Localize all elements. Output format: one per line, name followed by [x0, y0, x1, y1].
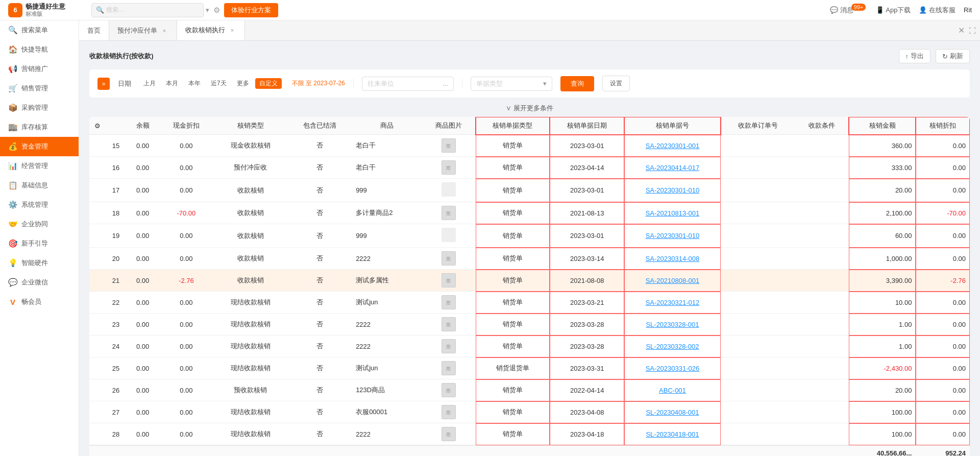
chevron-down-icon[interactable]: ▾	[206, 6, 209, 14]
cell-bill-no[interactable]: SL-20230408-001	[624, 401, 721, 423]
cell-receipt-cond	[795, 224, 849, 248]
industry-btn[interactable]: 体验行业方案	[224, 3, 278, 17]
cell-receipt-no	[721, 314, 795, 335]
expand-more-btn[interactable]: ∨ 展开更多条件	[89, 104, 970, 113]
cell-no: 21	[106, 270, 126, 292]
cell-balance: 0.00	[126, 292, 159, 314]
th-goods: 商品	[352, 117, 422, 135]
cell-bill-no[interactable]: SL-20230418-001	[624, 423, 721, 446]
refresh-icon: ↻	[942, 53, 948, 60]
cell-bill-no[interactable]: SA-20210808-001	[624, 270, 721, 292]
cell-bill-no[interactable]: SA-20230331-026	[624, 357, 721, 379]
maximize-icon[interactable]: ⛶	[969, 27, 976, 35]
cell-bill-date: 2023-03-28	[550, 335, 624, 357]
sidebar-item-hardware[interactable]: 💡 智能硬件	[0, 253, 79, 273]
date-range-display: 不限 至 2023-07-26	[292, 79, 345, 88]
th-settings[interactable]: ⚙	[89, 117, 106, 135]
cell-goods-img	[422, 224, 476, 248]
sidebar-item-guide[interactable]: 🎯 新手引导	[0, 234, 79, 253]
cell-cancel-amt: 1.00	[849, 335, 916, 357]
online-service-btn[interactable]: 👤 在线客服	[919, 6, 955, 15]
cell-bill-no[interactable]: SA-20230301-010	[624, 224, 721, 248]
cell-included: 否	[287, 314, 352, 335]
main-panel: 首页 预付冲应付单 × 收款核销执行 × ✕ ⛶ 收款核销执行(按收款)	[79, 20, 980, 456]
logo: 6 畅捷通好生意 标准版	[8, 3, 87, 17]
cell-bill-type: 销货单	[476, 248, 550, 270]
cell-cancel-type: 现结收款核销	[213, 423, 288, 446]
sidebar-item-operation[interactable]: 📊 经营管理	[0, 156, 79, 176]
more-date-btn[interactable]: 更多	[233, 78, 253, 89]
tab-cancel[interactable]: 收款核销执行 ×	[177, 20, 245, 40]
tab-close-prepay[interactable]: ×	[160, 27, 168, 35]
cell-bill-no[interactable]: SA-20230414-017	[624, 157, 721, 179]
gear-icon[interactable]: ⚙	[213, 6, 220, 15]
sidebar-item-inventory[interactable]: 🏬 库存核算	[0, 117, 79, 137]
partner-input[interactable]: 往来单位 ...	[362, 77, 454, 91]
top-bar-right: 💬 消息99+ 📱 App下载 👤 在线客服 Rit	[830, 6, 972, 15]
table-row: 15 0.00 0.00 现金收款核销 否 老白干 图 销货单 2023-03-…	[89, 135, 970, 157]
cell-settings	[89, 270, 106, 292]
cell-no: 18	[106, 202, 126, 224]
tab-home[interactable]: 首页	[79, 20, 109, 40]
cell-cancel-type: 现金收款核销	[213, 135, 288, 157]
cell-bill-no[interactable]: SA-20230301-010	[624, 179, 721, 202]
cell-balance: 0.00	[126, 401, 159, 423]
refresh-btn[interactable]: ↻ 刷新	[936, 49, 970, 63]
sidebar-item-corp[interactable]: 🤝 企业协同	[0, 214, 79, 234]
table-header: ⚙ 余额 现金折扣 核销类型 包含已结清 商品 商品图片 核销单据类型 核销单据…	[89, 117, 970, 135]
sidebar: 🔍 搜索菜单 🏠 快捷导航 📢 营销推广 🛒 销售管理 📦 采购管理 🏬 库存核…	[0, 20, 79, 456]
cell-bill-no[interactable]: SA-20230314-008	[624, 248, 721, 270]
cell-cash-discount: 0.00	[159, 224, 213, 248]
sidebar-item-quick[interactable]: 🏠 快捷导航	[0, 40, 79, 59]
sidebar-item-marketing[interactable]: 📢 营销推广	[0, 59, 79, 79]
last-month-btn[interactable]: 上月	[139, 78, 160, 89]
last7days-btn[interactable]: 近7天	[207, 78, 231, 89]
cell-bill-no[interactable]: ABC-001	[624, 379, 721, 401]
th-receipt-cond: 收款条件	[795, 117, 849, 135]
sidebar-item-system[interactable]: ⚙️ 系统管理	[0, 195, 79, 214]
bill-type-select[interactable]: 单据类型 ▾	[471, 77, 552, 91]
cell-cancel-disc: 0.00	[916, 248, 970, 270]
cell-bill-date: 2023-04-08	[550, 401, 624, 423]
custom-date-btn[interactable]: 自定义	[255, 78, 282, 89]
cell-bill-no[interactable]: SL-20230328-002	[624, 335, 721, 357]
cell-balance: 0.00	[126, 179, 159, 202]
cell-bill-no[interactable]: SA-20210813-001	[624, 202, 721, 224]
query-btn[interactable]: 查询	[560, 76, 594, 91]
cell-bill-type: 销货单	[476, 423, 550, 446]
app-download-btn[interactable]: 📱 App下载	[876, 6, 911, 15]
sidebar-item-vip[interactable]: V 畅会员	[0, 292, 79, 311]
cell-balance: 0.00	[126, 379, 159, 401]
sidebar-item-search[interactable]: 🔍 搜索菜单	[0, 20, 79, 40]
this-year-btn[interactable]: 本年	[184, 78, 205, 89]
vip-icon: V	[8, 297, 17, 306]
cell-bill-type: 销货单	[476, 179, 550, 202]
filter-divider1	[353, 79, 354, 89]
page-actions: ↑ 导出 ↻ 刷新	[899, 49, 970, 63]
export-btn[interactable]: ↑ 导出	[899, 49, 931, 63]
sidebar-item-purchase[interactable]: 📦 采购管理	[0, 98, 79, 117]
sidebar-item-sales[interactable]: 🛒 销售管理	[0, 79, 79, 98]
cell-bill-no[interactable]: SL-20230328-001	[624, 314, 721, 335]
tab-prepay[interactable]: 预付冲应付单 ×	[109, 20, 177, 40]
close-window-icon[interactable]: ✕	[958, 26, 965, 35]
setting-btn[interactable]: 设置	[602, 76, 630, 91]
cell-bill-no[interactable]: SA-20230321-012	[624, 292, 721, 314]
top-search-bar: 🔍 搜索...	[91, 3, 204, 17]
table-row: 20 0.00 0.00 收款核销 否 2222 图 销货单 2023-03-1…	[89, 248, 970, 270]
cell-bill-no[interactable]: SA-20230301-001	[624, 135, 721, 157]
filter-collapse-btn[interactable]: »	[97, 78, 110, 90]
cell-goods-img: 图	[422, 401, 476, 423]
cell-receipt-cond	[795, 292, 849, 314]
megaphone-icon: 📢	[8, 64, 17, 74]
th-cancel-amt: 核销金额	[849, 117, 916, 135]
message-btn[interactable]: 💬 消息99+	[830, 6, 868, 15]
this-month-btn[interactable]: 本月	[162, 78, 182, 89]
sidebar-item-finance[interactable]: 💰 资金管理	[0, 137, 79, 156]
sidebar-item-basic[interactable]: 📋 基础信息	[0, 176, 79, 195]
tab-close-cancel[interactable]: ×	[228, 26, 236, 34]
table-row: 17 0.00 0.00 收款核销 否 999 销货单 2023-03-01 S…	[89, 179, 970, 202]
cell-settings	[89, 401, 106, 423]
sidebar-item-wecom[interactable]: 💬 企业微信	[0, 273, 79, 292]
cell-cancel-amt: 10.00	[849, 292, 916, 314]
